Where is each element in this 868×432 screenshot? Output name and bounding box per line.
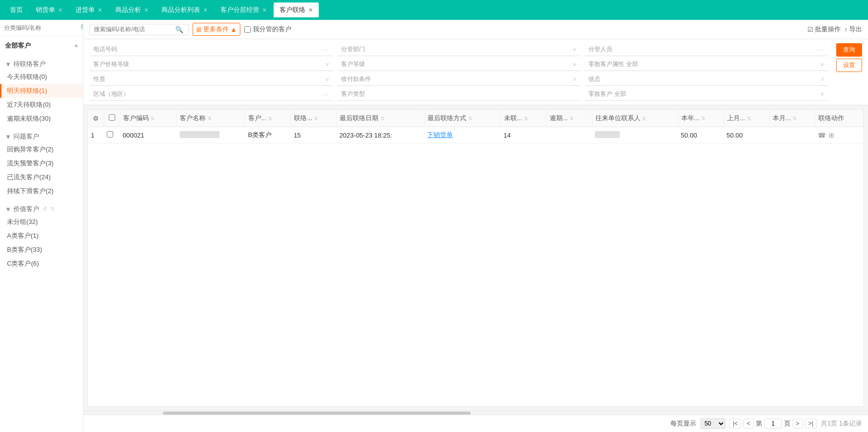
- export-btn[interactable]: ↑ 导出: [845, 25, 863, 34]
- col-contact-count: 联络... ⇅: [290, 110, 336, 127]
- action-phone-icon[interactable]: ☎: [818, 132, 826, 139]
- sort-no-contact-icon[interactable]: ⇅: [524, 116, 528, 121]
- sidebar-item-class-c[interactable]: C类客户(6): [0, 257, 83, 271]
- sidebar-item-class-b[interactable]: B类客户(33): [0, 243, 83, 257]
- close-customer-contact-icon[interactable]: ✕: [308, 7, 313, 13]
- sidebar-search-area: 🔍: [0, 20, 83, 36]
- batch-op-btn[interactable]: ☑ 批量操作: [807, 25, 841, 34]
- row-checkbox[interactable]: [107, 131, 113, 138]
- first-page-btn[interactable]: |<: [729, 419, 741, 429]
- arrow-icon2: ▼: [5, 133, 11, 141]
- settings-button[interactable]: 设置: [836, 59, 862, 72]
- sidebar-item-7days[interactable]: 近7天待联络(0): [0, 98, 83, 112]
- payment-dropdown-icon[interactable]: ∨: [573, 76, 577, 82]
- more-conditions-btn[interactable]: ⊞ 更多条件 ▲: [193, 23, 240, 36]
- sidebar-item-overdue-contact[interactable]: 逾期未联络(30): [0, 112, 83, 126]
- col-code: 客户编码 ⇅: [120, 110, 177, 127]
- sort-code-icon[interactable]: ⇅: [150, 116, 154, 121]
- sort-overdue-icon[interactable]: ⇅: [570, 116, 574, 121]
- col-settings[interactable]: ⚙: [88, 110, 104, 127]
- prev-page-btn[interactable]: <: [743, 419, 754, 429]
- close-customer-segmentation-icon[interactable]: ✕: [262, 7, 267, 13]
- row-partner-contact: [592, 127, 678, 144]
- last-contact-method-link[interactable]: 下销货单: [427, 131, 453, 139]
- sort-this-year-icon[interactable]: ⇅: [701, 116, 705, 121]
- col-no-contact: 未联... ⇅: [501, 110, 546, 127]
- sidebar-search-input[interactable]: [4, 24, 78, 31]
- nav-purchase-order[interactable]: 进货单 ✕: [70, 2, 108, 17]
- row-contact-count: 15: [290, 127, 336, 144]
- page-nav: |< < 第 页 > >|: [729, 419, 817, 429]
- nav-product-analysis-list[interactable]: 商品分析列表 ✕: [155, 2, 214, 17]
- filter-phone: 电话号码 ···: [89, 43, 333, 56]
- select-all-checkbox[interactable]: [109, 114, 115, 121]
- status-dropdown-icon[interactable]: ∨: [820, 76, 824, 82]
- phone-dots: ···: [322, 46, 329, 54]
- nav-customer-segmentation[interactable]: 客户分层经营 ✕: [215, 2, 273, 17]
- sort-type-icon[interactable]: ⇅: [268, 116, 272, 121]
- action-grid-icon[interactable]: ⊞: [829, 132, 834, 139]
- filter-search-box: 🔍: [89, 24, 189, 35]
- col-this-year: 本年... ⇅: [678, 110, 723, 127]
- sidebar-item-tomorrow[interactable]: 明天待联络(1): [0, 84, 83, 98]
- dept-dropdown-icon[interactable]: ∨: [573, 46, 577, 53]
- content-area: 🔍 ⊞ 更多条件 ▲ 我分管的客户 ☑ 批量操作 ↑ 导出: [83, 20, 868, 432]
- row-last-contact-method[interactable]: 下销货单: [424, 127, 501, 144]
- filter-right-actions: ☑ 批量操作 ↑ 导出: [807, 25, 863, 34]
- sort-last-contact-method-icon[interactable]: ⇅: [468, 116, 472, 121]
- filter-payment: 收付款条件 ∨: [337, 73, 581, 86]
- name-placeholder: [180, 131, 219, 138]
- sort-partner-contact-icon[interactable]: ⇅: [642, 116, 646, 121]
- page-input[interactable]: [764, 419, 782, 429]
- per-page-select[interactable]: 50 100 200: [700, 418, 725, 429]
- sort-contact-count-icon[interactable]: ⇅: [314, 116, 318, 121]
- nav-sales-order[interactable]: 销货单 ✕: [30, 2, 69, 17]
- sort-last-month-icon[interactable]: ⇅: [747, 116, 751, 121]
- sidebar-all-customers[interactable]: 全部客户 «: [0, 38, 83, 53]
- nav-home[interactable]: 首页: [4, 2, 29, 17]
- close-product-analysis-icon[interactable]: ✕: [144, 7, 148, 13]
- sidebar-item-class-a[interactable]: A类客户(1): [0, 229, 83, 243]
- col-last-month: 上月... ⇅: [723, 110, 769, 127]
- advanced-filters: 电话号码 ··· 分管部门 ∨ 分管人员 ···: [83, 39, 868, 105]
- horizontal-scrollbar[interactable]: [83, 411, 868, 415]
- customer-level-dropdown-icon[interactable]: ∨: [573, 61, 577, 68]
- sidebar-item-ungrouped[interactable]: 未分组(32): [0, 215, 83, 229]
- my-customers-check[interactable]: [244, 26, 251, 33]
- row-checkbox-cell: [104, 127, 120, 144]
- price-level-dropdown-icon[interactable]: ∨: [325, 61, 329, 68]
- sort-name-icon[interactable]: ⇅: [208, 116, 212, 121]
- main-layout: 🔍 全部客户 « ▼ 待联络客户 今天待联络(0) 明天待联络(1) 近7天待联…: [0, 20, 868, 432]
- retail-attr-dropdown-icon[interactable]: ∨: [820, 61, 824, 68]
- nav-customer-contact[interactable]: 客户联络 ✕: [274, 2, 319, 17]
- sort-this-month-icon[interactable]: ⇅: [793, 116, 796, 121]
- close-purchase-order-icon[interactable]: ✕: [98, 7, 102, 13]
- sidebar-item-declining[interactable]: 持续下滑客户(2): [0, 184, 83, 198]
- sidebar-item-today[interactable]: 今天待联络(0): [0, 70, 83, 84]
- row-overdue: [546, 127, 592, 144]
- scroll-thumb[interactable]: [163, 412, 471, 415]
- page-label: 第: [756, 419, 762, 428]
- my-customers-checkbox[interactable]: 我分管的客户: [244, 25, 291, 34]
- query-button[interactable]: 查询: [836, 43, 862, 57]
- sidebar: 🔍 全部客户 « ▼ 待联络客户 今天待联络(0) 明天待联络(1) 近7天待联…: [0, 20, 83, 432]
- last-page-btn[interactable]: >|: [805, 419, 817, 429]
- close-product-analysis-list-icon[interactable]: ✕: [203, 7, 208, 13]
- filter-actions: 查询 设置: [836, 43, 862, 72]
- sidebar-item-abnormal[interactable]: 回购异常客户(2): [0, 143, 83, 156]
- next-page-btn[interactable]: >: [793, 419, 803, 429]
- row-action: ☎ ⊞: [815, 127, 863, 144]
- sidebar-item-churned[interactable]: 已流失客户(24): [0, 170, 83, 184]
- edit-icon[interactable]: ✎: [50, 206, 55, 213]
- search-input[interactable]: [94, 26, 173, 33]
- nature-dropdown-icon[interactable]: ∨: [325, 76, 329, 82]
- refresh-icon[interactable]: ↺: [42, 206, 47, 213]
- close-sales-order-icon[interactable]: ✕: [58, 7, 63, 13]
- search-button-icon[interactable]: 🔍: [175, 26, 183, 33]
- partner-placeholder: [595, 131, 620, 138]
- sort-last-contact-date-icon[interactable]: ⇅: [380, 116, 384, 121]
- sidebar-item-churn-warning[interactable]: 流失预警客户(3): [0, 156, 83, 170]
- retail-customer-dropdown-icon[interactable]: ∨: [820, 91, 824, 97]
- nav-product-analysis[interactable]: 商品分析 ✕: [109, 2, 154, 17]
- filter-status: 状态 ∨: [584, 73, 828, 86]
